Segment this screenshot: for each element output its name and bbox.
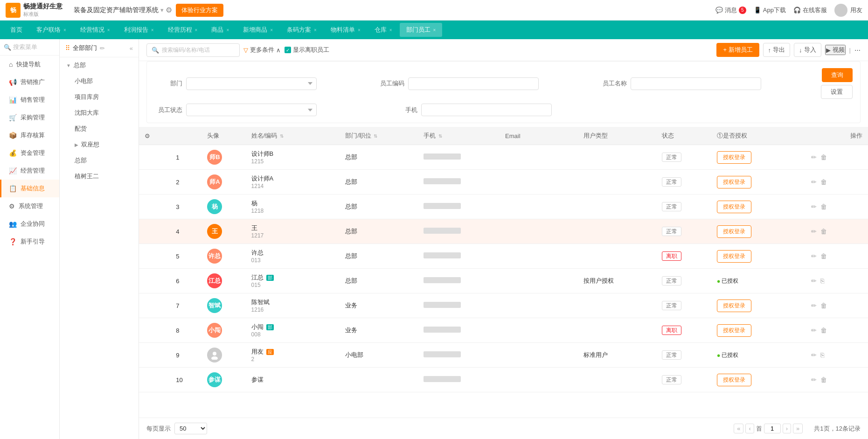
th-phone[interactable]: 手机 ⇅ [418, 127, 500, 145]
employee-code-input[interactable] [408, 77, 539, 90]
dept-item-xiaodibu[interactable]: 小电部 [60, 73, 139, 89]
auth-button[interactable]: 授权登录 [717, 250, 751, 263]
export-button[interactable]: ↑ 导出 [763, 43, 791, 57]
prev-page-btn[interactable]: ‹ [745, 424, 754, 433]
sidebar-item-marketing[interactable]: 📢 营销推广 [0, 73, 59, 91]
edit-icon[interactable]: ✏ [100, 45, 105, 52]
dept-item-project[interactable]: 项目库房 [60, 89, 139, 105]
close-icon[interactable]: × [433, 28, 436, 33]
close-icon[interactable]: × [270, 28, 273, 33]
collapse-icon[interactable]: « [130, 45, 133, 52]
close-icon[interactable]: × [226, 28, 229, 33]
delete-icon[interactable]: 🗑 [820, 302, 827, 309]
view-button[interactable]: ▶ 视频 [825, 45, 846, 55]
th-settings[interactable]: ⚙ [139, 127, 170, 145]
phone-input[interactable] [421, 104, 552, 116]
delete-icon[interactable]: 🗑 [820, 376, 827, 383]
app-download-btn[interactable]: 📱 App下载 [754, 6, 786, 14]
online-service-btn[interactable]: 🎧 在线客服 [793, 6, 827, 14]
copy-icon[interactable]: ⎘ [820, 277, 824, 285]
sidebar-item-purchase[interactable]: 🛒 采购管理 [0, 109, 59, 126]
delete-icon[interactable]: 🗑 [820, 252, 827, 260]
tab-profit[interactable]: 利润报告× [118, 23, 160, 37]
tab-employees[interactable]: 部门员工× [400, 23, 443, 37]
delete-icon[interactable]: 🗑 [820, 178, 827, 186]
next-page-btn[interactable]: › [783, 424, 791, 433]
first-page-btn[interactable]: « [734, 424, 743, 433]
more-btn[interactable]: ⋯ [854, 47, 861, 54]
dept-item-zhishu[interactable]: 植树王二 [60, 168, 139, 184]
search-input-wrapper[interactable]: 🔍 搜索编码/名称/电话 [146, 43, 240, 57]
sidebar-item-basic-info[interactable]: 📋 基础信息 [0, 180, 59, 197]
dept-item-headquarters-parent[interactable]: ▼ 总部 [60, 57, 139, 73]
import-button[interactable]: ↓ 导入 [794, 43, 821, 57]
page-input[interactable] [764, 424, 781, 433]
edit-icon[interactable]: ✏ [811, 178, 817, 186]
delete-icon[interactable]: 🗑 [820, 203, 827, 210]
auth-button[interactable]: 授权登录 [717, 225, 751, 238]
user-area[interactable]: 用友 [834, 4, 862, 17]
edit-icon[interactable]: ✏ [811, 277, 817, 285]
set-button[interactable]: 设置 [821, 85, 853, 99]
close-icon[interactable]: × [107, 28, 110, 33]
close-icon[interactable]: × [151, 28, 154, 33]
page-size-select[interactable]: 50 20 100 [174, 423, 207, 434]
edit-icon[interactable]: ✏ [811, 351, 817, 359]
edit-icon[interactable]: ✏ [811, 252, 817, 260]
employee-status-select[interactable] [186, 104, 317, 116]
sidebar-item-system[interactable]: ⚙ 系统管理 [0, 197, 59, 215]
tab-new-goods[interactable]: 新增商品× [236, 23, 279, 37]
sidebar-item-inventory[interactable]: 📦 库存核算 [0, 126, 59, 144]
tab-history[interactable]: 经营历程× [161, 23, 204, 37]
edit-icon[interactable]: ✏ [811, 153, 817, 161]
auth-button[interactable]: 授权登录 [717, 300, 751, 312]
th-name[interactable]: 姓名/编码 ⇅ [246, 127, 340, 145]
sidebar-item-sales[interactable]: 📊 销售管理 [0, 91, 59, 109]
sidebar-search[interactable]: 🔍 搜索菜单 [0, 39, 59, 56]
edit-icon[interactable]: ✏ [811, 302, 817, 309]
employee-name-input[interactable] [631, 77, 761, 90]
edit-icon[interactable]: ✏ [811, 327, 817, 334]
delete-icon[interactable]: 🗑 [820, 153, 827, 161]
edit-icon[interactable]: ✏ [811, 228, 817, 235]
tab-bom[interactable]: 物料清单× [324, 23, 367, 37]
system-title-dropdown[interactable]: ▾ [160, 7, 164, 14]
auth-button[interactable]: 授权登录 [717, 201, 751, 213]
add-employee-button[interactable]: + 新增员工 [716, 43, 759, 57]
settings-icon[interactable]: ⚙ [166, 6, 172, 14]
dept-item-shuangzuoxiang[interactable]: ▶ 双座想 [60, 137, 139, 153]
tab-home[interactable]: 首页 [4, 23, 29, 37]
close-icon[interactable]: × [389, 28, 392, 33]
delete-icon[interactable]: 🗑 [820, 228, 827, 235]
sidebar-item-quicknav[interactable]: ⌂ 快捷导航 [0, 56, 59, 73]
close-icon[interactable]: × [358, 28, 361, 33]
edit-icon[interactable]: ✏ [811, 203, 817, 210]
close-icon[interactable]: × [195, 28, 198, 33]
delete-icon[interactable]: 🗑 [820, 327, 827, 334]
auth-button[interactable]: 授权登录 [717, 151, 751, 164]
auth-button[interactable]: 授权登录 [717, 324, 751, 337]
tab-goods[interactable]: 商品× [205, 23, 236, 37]
th-dept[interactable]: 部门/职位 ⇅ [340, 127, 418, 145]
sidebar-item-business[interactable]: 📈 经营管理 [0, 162, 59, 180]
dept-item-zongbu[interactable]: 总部 [60, 153, 139, 168]
tab-customer[interactable]: 客户联络× [30, 23, 73, 37]
sidebar-item-guide[interactable]: ❓ 新手引导 [0, 233, 59, 251]
tab-barcode[interactable]: 条码方案× [280, 23, 323, 37]
show-resigned-toggle[interactable]: ✓ 显示离职员工 [285, 46, 329, 54]
dept-filter-select[interactable] [186, 77, 317, 90]
dept-item-shenyang[interactable]: 沈阳大库 [60, 105, 139, 121]
close-icon[interactable]: × [63, 28, 66, 33]
sidebar-item-finance[interactable]: 💰 资金管理 [0, 144, 59, 162]
tab-operation[interactable]: 经营情况× [74, 23, 117, 37]
sidebar-item-collab[interactable]: 👥 企业协同 [0, 215, 59, 233]
more-conditions-btn[interactable]: ▽ 更多条件 ∧ [243, 46, 281, 54]
auth-button[interactable]: 授权登录 [717, 374, 751, 386]
auth-button[interactable]: 授权登录 [717, 176, 751, 188]
dept-item-distribution[interactable]: 配货 [60, 121, 139, 137]
edit-icon[interactable]: ✏ [811, 376, 817, 383]
close-icon[interactable]: × [314, 28, 317, 33]
search-button[interactable]: 查询 [822, 68, 853, 82]
last-page-btn[interactable]: » [793, 424, 803, 433]
message-btn[interactable]: 💬 消息 5 [715, 6, 746, 14]
